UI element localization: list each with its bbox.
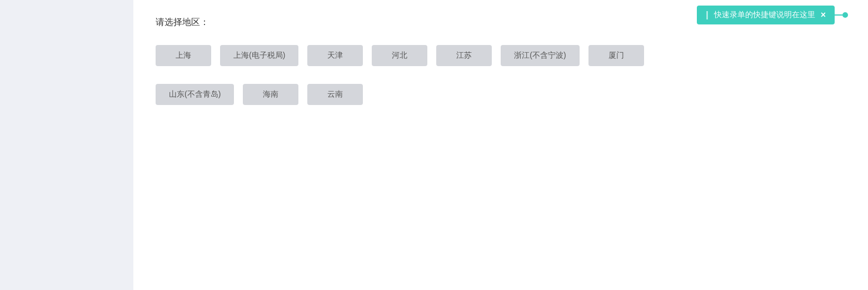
region-button-shanghai-etax[interactable]: 上海(电子税局) bbox=[220, 45, 298, 66]
tooltip-text: 快速录单的快捷键说明在这里 bbox=[714, 10, 815, 20]
region-button-shanghai[interactable]: 上海 bbox=[156, 45, 211, 66]
tooltip-connector-line bbox=[835, 14, 842, 16]
region-button-yunnan[interactable]: 云南 bbox=[307, 84, 363, 105]
region-button-shandong[interactable]: 山东(不含青岛) bbox=[156, 84, 234, 105]
tooltip-close-button[interactable]: × bbox=[821, 11, 826, 19]
tooltip-connector-dot bbox=[842, 12, 848, 18]
region-buttons-container: 上海 上海(电子税局) 天津 河北 江苏 浙江(不含宁波) 厦门 山东(不含青岛… bbox=[156, 45, 846, 105]
region-button-hainan[interactable]: 海南 bbox=[243, 84, 298, 105]
region-button-xiamen[interactable]: 厦门 bbox=[588, 45, 644, 66]
tooltip-banner: 快速录单的快捷键说明在这里 × bbox=[697, 6, 835, 24]
region-button-zhejiang[interactable]: 浙江(不含宁波) bbox=[501, 45, 579, 66]
region-button-hebei[interactable]: 河北 bbox=[372, 45, 427, 66]
left-sidebar bbox=[0, 0, 133, 290]
region-button-tianjin[interactable]: 天津 bbox=[307, 45, 363, 66]
main-content: 请选择地区： 上海 上海(电子税局) 天津 河北 江苏 浙江(不含宁波) 厦门 … bbox=[133, 0, 868, 290]
region-button-jiangsu[interactable]: 江苏 bbox=[436, 45, 492, 66]
